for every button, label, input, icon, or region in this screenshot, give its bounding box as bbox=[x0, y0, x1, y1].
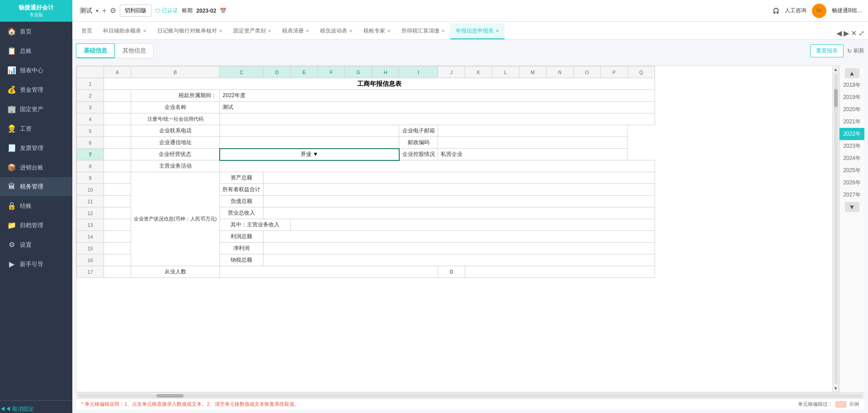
sidebar-item-assets[interactable]: 🏢 固定资产 bbox=[0, 99, 72, 119]
cell-17-J[interactable]: 0 bbox=[438, 266, 465, 278]
sidebar-item-ledger[interactable]: 📋 总账 bbox=[0, 41, 72, 61]
col-header-F[interactable]: F bbox=[318, 66, 345, 78]
avatar[interactable]: Rit bbox=[812, 4, 826, 18]
tab-tax-burden-close[interactable]: ✕ bbox=[349, 28, 353, 33]
sidebar-item-archive[interactable]: 📁 归档管理 bbox=[0, 216, 72, 235]
tab-journal[interactable]: 日记账与银行对账单核对 ✕ bbox=[152, 23, 228, 39]
col-header-G[interactable]: G bbox=[345, 66, 372, 78]
support-label[interactable]: 人工咨询 bbox=[785, 7, 807, 14]
col-header-C[interactable]: C bbox=[220, 66, 264, 78]
chevron-down-icon[interactable]: ▾ bbox=[96, 8, 99, 14]
tab-fixed-assets[interactable]: 固定资产类别 ✕ bbox=[228, 23, 277, 39]
tab-tax-burden[interactable]: 税负波动表 ✕ bbox=[315, 23, 358, 39]
sheet-main[interactable]: A B C D E F G H I J bbox=[76, 66, 832, 392]
cell-17-K[interactable] bbox=[465, 266, 655, 278]
scroll-up-icon[interactable]: ▲ bbox=[833, 66, 839, 73]
tab-tax-expert[interactable]: 税检专家 ✕ bbox=[358, 23, 396, 39]
year-item-2019[interactable]: 2019年 bbox=[840, 91, 864, 103]
tab-home[interactable]: 首页 bbox=[76, 23, 98, 39]
col-header-P[interactable]: P bbox=[600, 66, 627, 78]
cell-17-A[interactable] bbox=[104, 266, 131, 278]
tab-account-aux-close[interactable]: ✕ bbox=[143, 28, 146, 33]
add-icon[interactable]: + bbox=[102, 7, 106, 15]
vertical-scrollbar[interactable]: ▲ ▼ bbox=[832, 66, 839, 392]
tab-close-all-icon[interactable]: ✕ bbox=[851, 29, 857, 38]
sidebar-item-close[interactable]: 🔒 结账 bbox=[0, 196, 72, 216]
tab-tax-expert-close[interactable]: ✕ bbox=[387, 28, 391, 33]
col-header-O[interactable]: O bbox=[573, 66, 600, 78]
tab-annual-report[interactable]: 年报信息申报表 ✕ bbox=[450, 23, 505, 39]
col-header-A[interactable]: A bbox=[104, 66, 131, 78]
sidebar-item-reports[interactable]: 📊 报表中心 bbox=[0, 61, 72, 80]
cell-8-A[interactable] bbox=[104, 160, 131, 172]
cell-11-D[interactable] bbox=[264, 196, 655, 207]
sidebar-item-guide[interactable]: ▶ 新手引导 bbox=[0, 254, 72, 274]
v-scroll-thumb[interactable] bbox=[834, 89, 838, 107]
year-item-2026[interactable]: 2026年 bbox=[840, 177, 864, 189]
cell-9-D[interactable] bbox=[264, 172, 655, 184]
year-item-2020[interactable]: 2020年 bbox=[840, 103, 864, 116]
year-item-2027[interactable]: 2027年 bbox=[840, 189, 864, 201]
tab-expand-icon[interactable]: ⤢ bbox=[859, 29, 864, 38]
tab-next-icon[interactable]: ▶ bbox=[844, 29, 849, 38]
cell-5-K[interactable] bbox=[438, 125, 627, 137]
col-header-E[interactable]: E bbox=[291, 66, 318, 78]
sidebar-item-home[interactable]: 🏠 首页 bbox=[0, 22, 72, 41]
cell-15-D[interactable] bbox=[264, 243, 655, 254]
cell-11-A[interactable] bbox=[104, 196, 131, 207]
cell-16-D[interactable] bbox=[264, 254, 655, 266]
v-scroll-track[interactable] bbox=[834, 74, 838, 384]
col-header-N[interactable]: N bbox=[546, 66, 573, 78]
sidebar-item-tax[interactable]: 🏛 税务管理 bbox=[0, 177, 72, 196]
cell-6-C[interactable] bbox=[220, 137, 399, 149]
cell-2-C[interactable]: 2022年度 bbox=[220, 90, 655, 102]
sub-tab-basic[interactable]: 基础信息 bbox=[76, 43, 115, 58]
tab-annual-report-close[interactable]: ✕ bbox=[495, 28, 499, 33]
cell-14-A[interactable] bbox=[104, 231, 131, 243]
cell-10-D[interactable] bbox=[264, 184, 655, 196]
cell-9-A[interactable] bbox=[104, 172, 131, 184]
col-header-M[interactable]: M bbox=[519, 66, 546, 78]
cell-4-A[interactable] bbox=[104, 113, 131, 125]
col-header-H[interactable]: H bbox=[372, 66, 399, 78]
cell-6-K[interactable] bbox=[438, 137, 627, 149]
horizontal-scrollbar[interactable] bbox=[76, 392, 864, 399]
col-header-Q[interactable]: Q bbox=[627, 66, 655, 78]
col-header-K[interactable]: K bbox=[465, 66, 492, 78]
tab-account-aux[interactable]: 科目辅助余额表 ✕ bbox=[98, 23, 152, 39]
year-item-2024[interactable]: 2024年 bbox=[840, 152, 864, 164]
sidebar-item-invoice[interactable]: 🧾 发票管理 bbox=[0, 138, 72, 158]
col-header-L[interactable]: L bbox=[492, 66, 519, 78]
cell-title[interactable]: 工商年报信息表 bbox=[104, 78, 655, 90]
cell-4-C[interactable] bbox=[220, 113, 655, 125]
col-header-I[interactable]: I bbox=[399, 66, 438, 78]
tab-tax-forms-close[interactable]: ✕ bbox=[306, 28, 309, 33]
year-item-2018[interactable]: 2018年 bbox=[840, 79, 864, 91]
h-scroll-track[interactable] bbox=[78, 394, 863, 398]
switch-old-button[interactable]: 切到旧版 bbox=[120, 5, 151, 17]
tab-journal-close[interactable]: ✕ bbox=[219, 28, 222, 33]
cell-9-B[interactable]: 企业资产状况信息(币种：人民币万元) bbox=[131, 172, 220, 266]
year-item-2023[interactable]: 2023年 bbox=[840, 140, 864, 152]
sidebar-item-payroll[interactable]: 👷 工资 bbox=[0, 119, 72, 138]
sidebar-item-finance[interactable]: 💰 资金管理 bbox=[0, 80, 72, 99]
col-header-D[interactable]: D bbox=[264, 66, 291, 78]
sidebar-item-purchase-sales[interactable]: 📦 进销台账 bbox=[0, 158, 72, 177]
settings-icon[interactable]: ⚙ bbox=[110, 6, 116, 15]
tab-income-tax-close[interactable]: ✕ bbox=[441, 28, 445, 33]
year-item-2025[interactable]: 2025年 bbox=[840, 164, 864, 177]
cell-5-A[interactable] bbox=[104, 125, 131, 137]
cell-2-A[interactable] bbox=[104, 90, 131, 102]
refresh-button[interactable]: ↻ 刷新 bbox=[847, 47, 864, 55]
reset-report-button[interactable]: 重置报表 bbox=[810, 44, 844, 57]
h-scroll-thumb[interactable] bbox=[156, 394, 184, 398]
user-label[interactable]: 畅捷通B组… bbox=[832, 7, 863, 14]
year-scroll-down-button[interactable]: ▼ bbox=[845, 202, 859, 212]
cell-14-D[interactable] bbox=[264, 231, 655, 243]
cell-17-C[interactable] bbox=[220, 266, 438, 278]
cell-13-A[interactable] bbox=[104, 219, 131, 231]
col-header-J[interactable]: J bbox=[438, 66, 465, 78]
tab-income-tax[interactable]: 所得税汇算清缴 ✕ bbox=[396, 23, 450, 39]
year-item-2022[interactable]: 2022年 bbox=[840, 128, 864, 140]
col-header-B[interactable]: B bbox=[131, 66, 220, 78]
